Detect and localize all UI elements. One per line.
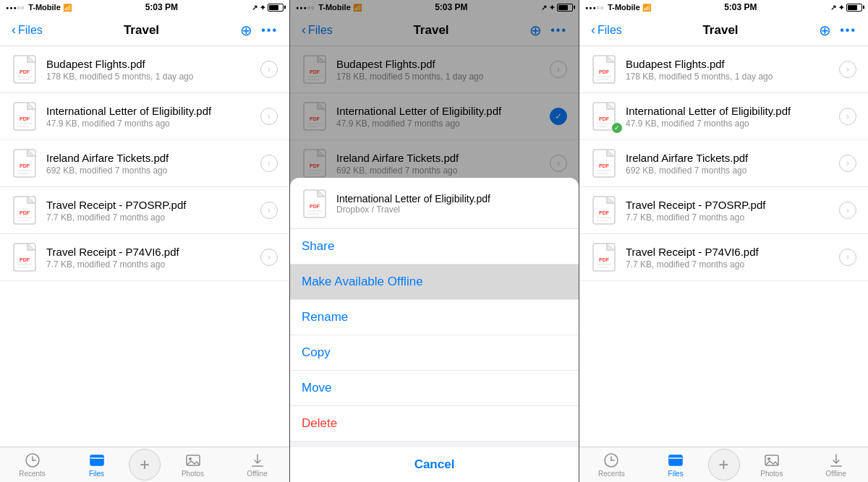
file-item[interactable]: PDF ✓ International Letter of Eligibilit…: [579, 93, 868, 140]
svg-text:PDF: PDF: [20, 257, 30, 262]
tab-item-files[interactable]: Files: [644, 452, 708, 478]
file-item[interactable]: PDF Ireland Airfare Tickets.pdf 692 KB, …: [0, 140, 289, 187]
tab-label: Offline: [825, 470, 846, 478]
action-sheet-item[interactable]: Share: [290, 229, 579, 264]
status-bar-right: ↗ ✦: [830, 4, 862, 12]
carrier-label: T-Mobile: [28, 3, 61, 12]
file-chevron-icon[interactable]: ›: [839, 108, 856, 125]
back-button[interactable]: ‹ Files: [591, 22, 622, 38]
tab-label: Recents: [19, 470, 46, 478]
files-icon: [89, 452, 105, 468]
tab-item-photos[interactable]: Photos: [740, 452, 804, 478]
file-icon: PDF: [12, 147, 38, 179]
file-name: International Letter of Eligibility.pdf: [46, 104, 260, 119]
tab-item-recents[interactable]: Recents: [579, 452, 644, 478]
file-chevron-icon[interactable]: ›: [839, 61, 856, 78]
action-sheet-file-info: International Letter of Eligibility.pdf …: [336, 193, 490, 215]
file-chevron-icon[interactable]: ›: [260, 108, 278, 125]
file-icon: PDF: [12, 194, 38, 226]
plus-icon: +: [718, 455, 728, 475]
nav-title: Travel: [124, 23, 159, 38]
tab-label: Photos: [760, 470, 783, 478]
file-name: International Letter of Eligibility.pdf: [626, 104, 839, 119]
action-sheet-item[interactable]: Move: [290, 371, 579, 406]
file-meta: 7.7 KB, modified 7 months ago: [626, 212, 839, 223]
file-chevron-icon[interactable]: ›: [260, 155, 278, 172]
tab-item-recents[interactable]: Recents: [0, 452, 64, 478]
tab-label: Recents: [598, 470, 625, 478]
file-item[interactable]: PDF Travel Receipt - P74VI6.pdf 7.7 KB, …: [0, 234, 289, 281]
nav-actions: ⊕ •••: [819, 22, 856, 39]
file-chevron-icon[interactable]: ›: [839, 202, 856, 219]
action-sheet-item[interactable]: Delete: [290, 406, 579, 442]
photos-icon: [764, 452, 780, 468]
svg-text:PDF: PDF: [20, 69, 30, 74]
svg-point-97: [767, 457, 770, 460]
file-chevron-icon[interactable]: ›: [839, 155, 856, 172]
file-meta: 47.9 KB, modified 7 months ago: [46, 119, 260, 129]
back-chevron-icon: ‹: [591, 22, 595, 38]
more-button[interactable]: •••: [840, 24, 856, 37]
file-name: Travel Receipt - P7OSRP.pdf: [46, 198, 260, 212]
svg-text:PDF: PDF: [310, 204, 320, 209]
file-item[interactable]: PDF Budapest Flights.pdf 178 KB, modifie…: [0, 46, 289, 93]
svg-text:PDF: PDF: [20, 210, 30, 215]
file-item[interactable]: PDF Travel Receipt - P74VI6.pdf 7.7 KB, …: [579, 234, 868, 281]
svg-rect-33: [90, 455, 103, 465]
back-label: Files: [597, 24, 622, 37]
file-name: Budapest Flights.pdf: [626, 57, 839, 72]
add-button[interactable]: +: [708, 449, 740, 481]
action-sheet-item[interactable]: Make Available Offline: [290, 264, 579, 300]
file-info: Budapest Flights.pdf 178 KB, modified 5 …: [626, 57, 839, 82]
add-user-button[interactable]: ⊕: [240, 22, 252, 39]
cancel-button[interactable]: Cancel: [290, 447, 579, 482]
photos-icon: [185, 452, 201, 468]
file-chevron-icon[interactable]: ›: [839, 249, 856, 266]
offline-badge: ✓: [611, 122, 623, 134]
bluetooth-icon: ✦: [260, 4, 265, 12]
tab-item-photos[interactable]: Photos: [161, 452, 225, 478]
plus-icon: +: [140, 455, 150, 475]
add-button[interactable]: +: [129, 449, 161, 481]
file-item[interactable]: PDF Budapest Flights.pdf 178 KB, modifie…: [579, 46, 868, 93]
location-icon: ↗: [830, 4, 836, 12]
action-sheet-header: PDF International Letter of Eligibility.…: [290, 178, 579, 229]
file-name: Travel Receipt - P74VI6.pdf: [626, 245, 839, 259]
file-info: International Letter of Eligibility.pdf …: [46, 104, 260, 129]
file-icon: PDF: [591, 147, 617, 179]
status-bar-time: 5:03 PM: [145, 2, 178, 12]
status-bar-left: ●●●○○ T-Mobile 📶: [585, 3, 651, 12]
file-item[interactable]: PDF Ireland Airfare Tickets.pdf 692 KB, …: [579, 140, 868, 187]
action-sheet-filename: International Letter of Eligibility.pdf: [336, 193, 490, 205]
wifi-icon: 📶: [63, 4, 72, 12]
file-meta: 692 KB, modified 7 months ago: [626, 165, 839, 176]
tab-item-offline[interactable]: Offline: [225, 452, 289, 478]
svg-point-36: [189, 457, 192, 460]
tab-label: Offline: [247, 470, 268, 478]
file-list: PDF Budapest Flights.pdf 178 KB, modifie…: [579, 46, 868, 447]
more-button[interactable]: •••: [261, 24, 278, 37]
nav-bar: ‹ Files Travel ⊕ •••: [579, 14, 868, 46]
file-item[interactable]: PDF Travel Receipt - P7OSRP.pdf 7.7 KB, …: [0, 187, 289, 234]
back-button[interactable]: ‹ Files: [12, 22, 43, 38]
add-user-button[interactable]: ⊕: [819, 22, 831, 39]
offline-icon: [250, 452, 265, 468]
files-icon: [668, 452, 684, 468]
tab-item-offline[interactable]: Offline: [804, 452, 868, 478]
file-meta: 692 KB, modified 7 months ago: [46, 165, 260, 176]
file-list: PDF Budapest Flights.pdf 178 KB, modifie…: [0, 46, 289, 447]
file-chevron-icon[interactable]: ›: [260, 61, 278, 78]
svg-text:PDF: PDF: [20, 116, 30, 121]
action-sheet-item[interactable]: Rename: [290, 300, 579, 335]
nav-title: Travel: [702, 23, 738, 38]
action-sheet-items: ShareMake Available OfflineRenameCopyMov…: [290, 229, 579, 442]
back-chevron-icon: ‹: [12, 22, 16, 38]
file-item[interactable]: PDF International Letter of Eligibility.…: [0, 93, 289, 140]
tab-item-files[interactable]: Files: [64, 452, 129, 478]
file-icon: PDF: [591, 53, 617, 85]
file-item[interactable]: PDF Travel Receipt - P7OSRP.pdf 7.7 KB, …: [579, 187, 868, 234]
phone-panel-0: ●●●○○ T-Mobile 📶 5:03 PM ↗ ✦ ‹ Files Tra…: [0, 0, 289, 482]
action-sheet-item[interactable]: Copy: [290, 335, 579, 371]
file-chevron-icon[interactable]: ›: [260, 202, 278, 219]
file-chevron-icon[interactable]: ›: [260, 249, 278, 266]
